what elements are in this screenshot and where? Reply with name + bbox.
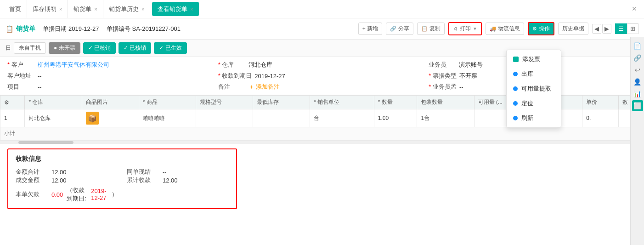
available-icon — [513, 86, 518, 91]
print-button[interactable]: 🖨 打印 ▼ — [448, 22, 482, 35]
status-unopened[interactable]: ● 未开票 — [49, 42, 80, 54]
add-note-btn[interactable]: ＋ 添加备注 — [249, 83, 280, 91]
locate-icon — [513, 101, 518, 106]
total-receipt-value: 12.00 — [163, 177, 178, 184]
warehouse-value: 河北仓库 — [249, 61, 272, 69]
same-order-row: 同单现结 -- — [127, 168, 229, 176]
project-value: -- — [38, 84, 42, 91]
sidebar-user-icon[interactable]: 👤 — [632, 76, 643, 87]
main-content: 📋 销货单 单据日期 2019-12-27 单据编号 SA-20191227-0… — [0, 18, 644, 245]
horizontal-scrollbar[interactable] — [0, 140, 644, 144]
next-btn[interactable]: ▶ — [602, 24, 611, 34]
window-close-btn[interactable]: × — [632, 4, 637, 14]
view-list-btn[interactable]: ☰ — [615, 23, 627, 34]
total-receipt-row: 累计收款 12.00 — [127, 176, 229, 184]
customer-value[interactable]: 柳州粤港平安气体有限公司 — [38, 61, 109, 69]
sidebar-link-icon[interactable]: 🔗 — [632, 52, 643, 63]
logistics-button[interactable]: 🚚 物流信息 — [486, 23, 524, 35]
same-order-value: -- — [163, 169, 167, 176]
sales-value: -- — [459, 84, 463, 91]
address-value: -- — [38, 73, 42, 80]
address-field: 客户地址 -- — [7, 72, 215, 80]
sidebar-chart-icon[interactable]: 📊 — [632, 88, 643, 99]
sidebar-return-icon[interactable]: ↩ — [632, 64, 643, 75]
dropdown-locate[interactable]: 定位 — [507, 96, 561, 111]
doc-title: 📋 销货单 — [6, 25, 35, 33]
status-effective[interactable]: ✓ 已生效 — [154, 42, 186, 54]
subtotal-label: 小计 — [0, 127, 644, 140]
dropdown-available[interactable]: 可用量提取 — [507, 81, 561, 96]
transaction-row: 成交金额 12.00 — [16, 176, 118, 184]
sidebar-expand-icon[interactable]: ⬜ — [632, 100, 643, 111]
amount-row: 金额合计 12.00 — [16, 168, 118, 176]
outbound-icon — [513, 72, 518, 76]
balance-date: 2019-12-27 — [91, 188, 108, 201]
payment-col-right: 同单现结 -- 累计收款 12.00 — [127, 168, 229, 203]
sidebar-doc-icon[interactable]: 📄 — [632, 40, 643, 51]
tab-close-sales[interactable]: × — [94, 6, 97, 12]
tab-home[interactable]: 首页 — [4, 0, 27, 18]
tab-close-sales-history[interactable]: × — [141, 6, 144, 12]
col-spec: 规格型号 — [196, 96, 253, 109]
history-button[interactable]: 历史单据 — [558, 23, 588, 35]
col-img: 商品图片 — [82, 96, 139, 109]
doc-title-text: 销货单 — [16, 25, 35, 33]
tab-close-view-sales[interactable]: × — [190, 6, 193, 12]
row-qty: 1.00 — [374, 109, 417, 127]
row-min-stock — [253, 109, 310, 127]
due-date-value: 2019-12-27 — [254, 73, 285, 80]
share-button[interactable]: 🔗 分享 — [386, 23, 413, 35]
dropdown-outbound[interactable]: 出库 — [507, 67, 561, 81]
col-product: * 商品 — [139, 96, 196, 109]
row-price: 0. — [582, 109, 618, 127]
due-date-field: 收款到期日 2019-12-27 — [218, 72, 426, 80]
dropdown-add-invoice[interactable]: 添发票 — [507, 52, 561, 67]
prev-btn[interactable]: ◀ — [592, 24, 601, 34]
right-sidebar: 📄 🔗 ↩ 👤 📊 ⬜ — [630, 37, 644, 245]
operations-dropdown: 添发票 出库 可用量提取 定位 刷新 — [506, 50, 561, 128]
operations-button[interactable]: ⚙ 操作 — [528, 22, 554, 35]
row-img: 📦 — [82, 109, 139, 127]
col-gear: ⚙ — [0, 96, 25, 109]
col-pack: 包装数量 — [417, 96, 474, 109]
product-image: 📦 — [86, 112, 99, 125]
view-grid-btn[interactable]: ⊞ — [627, 23, 638, 34]
doc-actions: + 新增 🔗 分享 📋 复制 🖨 打印 ▼ 🚚 物流信息 — [358, 22, 638, 35]
doc-header: 📋 销货单 单据日期 2019-12-27 单据编号 SA-20191227-0… — [0, 18, 644, 40]
dropdown-refresh[interactable]: 刷新 — [507, 111, 561, 125]
col-warehouse: * 仓库 — [25, 96, 82, 109]
col-qty: * 数量 — [374, 96, 417, 109]
staff-value: 演示账号 — [459, 61, 483, 69]
tab-view-sales[interactable]: 查看销货单 × — [152, 2, 199, 16]
balance-row: 本单欠款 0.00 （收款到期日: 2019-12-27 ） — [16, 186, 118, 203]
ticket-value: 不开票 — [459, 72, 477, 80]
doc-number: 单据编号 SA-20191227-001 — [107, 25, 181, 33]
payment-section: 收款信息 金额合计 12.00 成交金额 12.00 本单欠款 0.00 （收款… — [7, 148, 237, 209]
scroll-thumb — [18, 141, 73, 144]
nav-arrows: ◀ ▶ — [592, 24, 611, 34]
tab-bar: 首页 库存期初 × 销货单 × 销货单历史 × 查看销货单 × × — [0, 0, 644, 18]
note-field: 备注 ＋ 添加备注 — [218, 83, 426, 91]
row-spec — [196, 109, 253, 127]
add-invoice-icon — [513, 57, 519, 62]
tab-sales-history[interactable]: 销货单历史 × — [103, 0, 150, 18]
refresh-icon — [513, 116, 518, 120]
subtotal-row: 小计 — [0, 127, 644, 140]
row-warehouse: 河北仓库 — [25, 109, 82, 127]
status-check[interactable]: ✓ 已核销 — [83, 42, 116, 54]
row-unit: 台 — [310, 109, 374, 127]
new-button[interactable]: + 新增 — [358, 23, 382, 35]
col-unit: * 销售单位 — [310, 96, 374, 109]
customer-field: 客户 柳州粤港平安气体有限公司 — [7, 61, 215, 69]
view-toggle: ☰ ⊞ — [615, 23, 638, 34]
col-price: 单价 — [582, 96, 618, 109]
copy-button[interactable]: 📋 复制 — [417, 23, 445, 35]
status-mobile[interactable]: 来自手机 — [14, 42, 46, 54]
status-sold[interactable]: ✓ 已核销 — [119, 42, 151, 54]
payment-grid: 金额合计 12.00 成交金额 12.00 本单欠款 0.00 （收款到期日: … — [16, 168, 229, 203]
doc-icon: 📋 — [6, 25, 13, 33]
payment-col-left: 金额合计 12.00 成交金额 12.00 本单欠款 0.00 （收款到期日: … — [16, 168, 118, 203]
tab-sales[interactable]: 销货单 × — [68, 0, 103, 18]
tab-close-inventory[interactable]: × — [59, 6, 62, 12]
tab-inventory[interactable]: 库存期初 × — [27, 0, 68, 18]
